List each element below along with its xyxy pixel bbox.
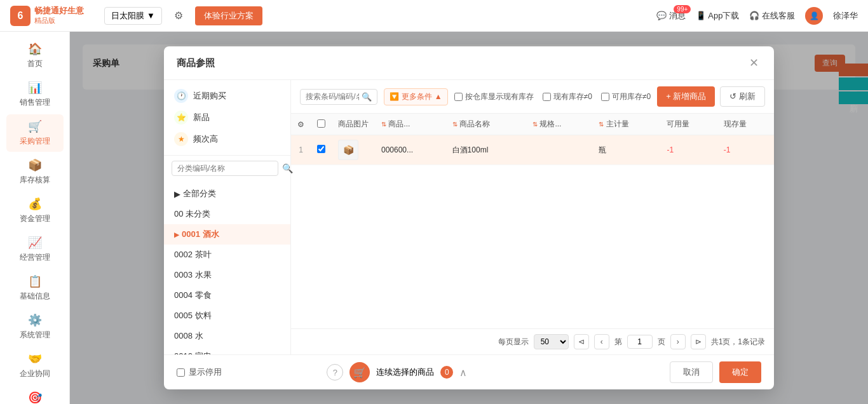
- footer-center: ? 🛒 连续选择的商品 0 ∧: [327, 362, 467, 382]
- prev-page-btn[interactable]: ‹: [594, 334, 609, 349]
- sidebar-item-system[interactable]: ⚙️ 系统管理: [6, 308, 64, 346]
- cat-item-liquor[interactable]: ▶ 0001 酒水: [164, 224, 290, 245]
- product-search-field[interactable]: 🔍: [300, 89, 377, 105]
- toolbar-right: + 新增商品 ↺ 刷新: [657, 86, 765, 107]
- sidebar-item-home[interactable]: 🏠 首页: [6, 37, 64, 74]
- selected-count-badge: 0: [440, 366, 453, 379]
- cancel-button[interactable]: 取消: [670, 361, 713, 383]
- sidebar-item-finance[interactable]: 💰 资金管理: [6, 192, 64, 229]
- confirm-button[interactable]: 确定: [719, 361, 761, 383]
- notification-area[interactable]: 💬 99+ 消息: [656, 10, 686, 22]
- row-checkbox-cell[interactable]: [311, 135, 332, 165]
- store-selector[interactable]: 日太阳膜 ▼: [104, 7, 162, 25]
- next-page-btn[interactable]: ›: [670, 334, 686, 349]
- cat-item-tea[interactable]: 0002 茶叶: [164, 245, 290, 265]
- check-by-warehouse[interactable]: 按仓库显示现有库存: [454, 91, 534, 102]
- row-checkbox[interactable]: [317, 145, 325, 153]
- more-filters-button[interactable]: 🔽 更多条件 ▲: [384, 88, 448, 105]
- page-size-select[interactable]: 50 20 100: [534, 334, 569, 349]
- cart-label: 连续选择的商品: [376, 367, 434, 378]
- page-input[interactable]: [627, 335, 653, 349]
- frequent-icon: ★: [174, 132, 188, 146]
- row-num: 1: [291, 135, 311, 165]
- product-reference-modal: 商品参照 ✕ 🕐 近期购买 ⭐ 新: [164, 46, 774, 389]
- col-unit[interactable]: ⇅ 主计量: [592, 114, 660, 135]
- check-available-input[interactable]: [601, 93, 609, 101]
- category-search-input[interactable]: [172, 161, 278, 176]
- check-available-nonzero[interactable]: 可用库存≠0: [601, 91, 651, 102]
- show-disabled-area: 显示停用: [177, 367, 222, 378]
- sort-icon-unit: ⇅: [599, 121, 604, 128]
- logo-area: 6 畅捷通好生意 精品版: [10, 6, 84, 26]
- last-page-btn[interactable]: ⊳: [691, 334, 706, 349]
- first-page-btn[interactable]: ⊲: [574, 334, 589, 349]
- sidebar-item-basic[interactable]: 📋 基础信息: [6, 269, 64, 307]
- modal-close-button[interactable]: ✕: [746, 55, 761, 71]
- sales-icon: 📊: [28, 81, 42, 95]
- help-icon[interactable]: ?: [327, 364, 343, 380]
- product-table-wrapper: ⚙ 商品图片 ⇅ 商品... ⇅: [291, 114, 774, 328]
- row-name: 白酒100ml: [446, 135, 526, 165]
- row-image-cell: 📦: [332, 135, 375, 165]
- app-download[interactable]: 📱 App下载: [696, 10, 739, 22]
- phone-icon: 📱: [696, 11, 706, 20]
- sidebar-item-sales[interactable]: 📊 销售管理: [6, 76, 64, 113]
- check-by-warehouse-input[interactable]: [454, 93, 463, 101]
- toolbar: 🔍 🔽 更多条件 ▲ 按仓库显示现有库存: [291, 80, 774, 114]
- col-code[interactable]: ⇅ 商品...: [375, 114, 446, 135]
- product-search-input[interactable]: [306, 92, 359, 101]
- add-product-button[interactable]: + 新增商品: [657, 86, 715, 107]
- col-settings[interactable]: ⚙: [291, 114, 311, 135]
- sidebar-item-operation[interactable]: 📈 经营管理: [6, 231, 64, 268]
- cat-item-appliance[interactable]: 0010 家电: [164, 346, 290, 354]
- cat-item-all[interactable]: ▶ 全部分类: [164, 184, 290, 204]
- modal-title: 商品参照: [177, 57, 746, 69]
- operation-icon: 📈: [28, 236, 42, 250]
- show-disabled-checkbox[interactable]: [177, 368, 185, 377]
- left-panel: 🕐 近期购买 ⭐ 新品 ★ 频次高: [164, 80, 291, 354]
- check-stock-input[interactable]: [543, 93, 551, 101]
- page-unit-label: 页: [658, 337, 665, 347]
- top-nav-right: 💬 99+ 消息 📱 App下载 🎧 在线客服 👤 徐泽华: [656, 7, 858, 25]
- sidebar-item-guide[interactable]: 🎯 新手引导: [6, 386, 64, 404]
- col-available[interactable]: 可用量: [660, 114, 717, 135]
- modal-overlay: 商品参照 ✕ 🕐 近期购买 ⭐ 新: [70, 32, 868, 404]
- sidebar-item-enterprise[interactable]: 🤝 企业协同: [6, 347, 64, 384]
- col-checkbox[interactable]: [311, 114, 332, 135]
- top-nav: 6 畅捷通好生意 精品版 日太阳膜 ▼ ⚙ 体验行业方案 💬 99+ 消息 📱 …: [0, 0, 868, 32]
- trial-button[interactable]: 体验行业方案: [195, 6, 262, 25]
- col-name[interactable]: ⇅ 商品名称: [446, 114, 526, 135]
- main-content: 采购单 查询 查询 设置 刷新 商品参照 ✕: [70, 32, 868, 404]
- check-stock-nonzero[interactable]: 现有库存≠0: [543, 91, 592, 102]
- col-stock[interactable]: 现存量: [717, 114, 774, 135]
- product-search-icon[interactable]: 🔍: [362, 92, 372, 102]
- page-label: 第: [614, 337, 622, 347]
- cat-item-snack[interactable]: 0004 零食: [164, 285, 290, 306]
- quick-link-frequent[interactable]: ★ 频次高: [164, 128, 290, 150]
- quick-link-recent[interactable]: 🕐 近期购买: [164, 85, 290, 107]
- main-layout: 🏠 首页 📊 销售管理 🛒 采购管理 📦 库存核算 💰 资金管理 📈 经营管理 …: [0, 32, 868, 404]
- online-service[interactable]: 🎧 在线客服: [749, 10, 795, 22]
- table-header-row: ⚙ 商品图片 ⇅ 商品... ⇅: [291, 114, 774, 135]
- sidebar-item-inventory[interactable]: 📦 库存核算: [6, 153, 64, 191]
- user-avatar[interactable]: 👤: [805, 7, 823, 25]
- product-img-icon: 📦: [343, 145, 354, 155]
- settings-icon[interactable]: ⚙: [170, 7, 187, 25]
- cart-icon[interactable]: 🛒: [349, 362, 370, 382]
- username: 徐泽华: [833, 10, 858, 22]
- modal-body: 🕐 近期购买 ⭐ 新品 ★ 频次高: [164, 80, 774, 354]
- quick-link-new[interactable]: ⭐ 新品: [164, 107, 290, 128]
- table-row[interactable]: 1 📦: [291, 135, 774, 165]
- cat-item-fruit[interactable]: 0003 水果: [164, 265, 290, 285]
- recent-icon: 🕐: [174, 89, 188, 103]
- cat-item-water[interactable]: 0008 水: [164, 326, 290, 346]
- row-spec: [526, 135, 592, 165]
- col-image: 商品图片: [332, 114, 375, 135]
- collapse-footer-icon[interactable]: ∧: [459, 367, 467, 379]
- col-spec[interactable]: ⇅ 规格...: [526, 114, 592, 135]
- cat-item-drink[interactable]: 0005 饮料: [164, 306, 290, 326]
- select-all-checkbox[interactable]: [317, 119, 325, 128]
- refresh-button[interactable]: ↺ 刷新: [720, 86, 765, 107]
- sidebar-item-purchase[interactable]: 🛒 采购管理: [6, 114, 64, 152]
- cat-item-unclassified[interactable]: 00 未分类: [164, 204, 290, 224]
